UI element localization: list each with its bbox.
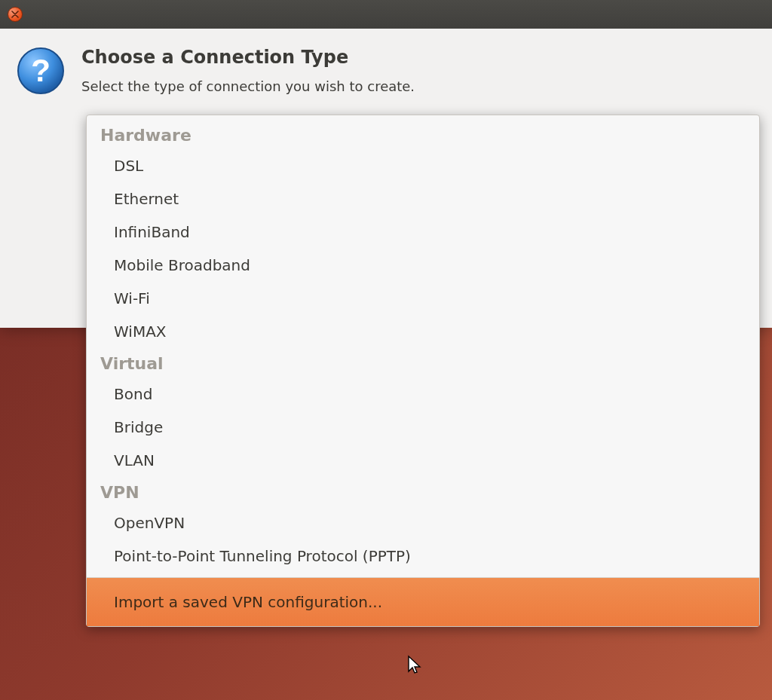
dialog-main: Choose a Connection Type Select the type… [81,47,758,108]
option-import-vpn[interactable]: Import a saved VPN configuration... [87,578,759,626]
option-wifi[interactable]: Wi-Fi [87,282,759,315]
titlebar [0,0,772,29]
dialog-title: Choose a Connection Type [81,47,758,68]
category-vpn: VPN [87,477,759,506]
option-infiniband[interactable]: InfiniBand [87,216,759,249]
connection-type-dropdown[interactable]: Hardware DSL Ethernet InfiniBand Mobile … [86,115,760,627]
dialog-subtitle: Select the type of connection you wish t… [81,78,758,94]
option-pptp[interactable]: Point-to-Point Tunneling Protocol (PPTP) [87,540,759,573]
option-mobile-broadband[interactable]: Mobile Broadband [87,249,759,282]
help-icon: ? [17,47,65,95]
option-wimax[interactable]: WiMAX [87,315,759,348]
option-bridge[interactable]: Bridge [87,411,759,444]
option-ethernet[interactable]: Ethernet [87,182,759,216]
close-button[interactable] [8,7,23,22]
category-virtual: Virtual [87,348,759,378]
option-vlan[interactable]: VLAN [87,444,759,477]
dialog-content: ? Choose a Connection Type Select the ty… [0,29,772,121]
close-icon [11,11,19,18]
svg-text:?: ? [31,53,51,88]
option-openvpn[interactable]: OpenVPN [87,506,759,540]
category-hardware: Hardware [87,120,759,149]
option-dsl[interactable]: DSL [87,149,759,182]
option-bond[interactable]: Bond [87,378,759,411]
